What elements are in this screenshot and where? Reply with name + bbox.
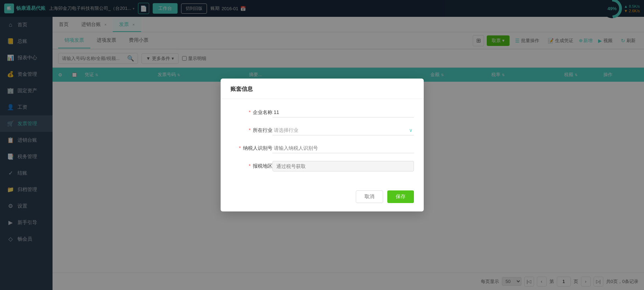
dialog-title: 账套信息 — [221, 79, 424, 99]
account-info-dialog: 账套信息 * 企业名称 * 所在行业 请选择行业 — [221, 79, 424, 211]
dialog-footer: 取消 保存 — [221, 186, 424, 211]
form-row-tax-region: * 报税地区 — [230, 161, 414, 171]
form-row-industry: * 所在行业 请选择行业 ∨ — [230, 125, 414, 135]
label-company: * 企业名称 — [230, 109, 272, 116]
save-button[interactable]: 保存 — [387, 190, 414, 203]
form-row-company: * 企业名称 — [230, 107, 414, 117]
select-industry-wrap: 请选择行业 ∨ — [272, 125, 414, 135]
input-tax-id[interactable] — [272, 143, 414, 153]
form-row-tax-id: * 纳税人识别号 — [230, 143, 414, 153]
modal-overlay[interactable]: 账套信息 * 企业名称 * 所在行业 请选择行业 — [0, 0, 644, 290]
industry-chevron-icon: ∨ — [409, 127, 413, 133]
label-tax-id: * 纳税人识别号 — [230, 145, 272, 151]
label-industry: * 所在行业 — [230, 127, 272, 134]
label-tax-region: * 报税地区 — [230, 163, 272, 169]
input-tax-region — [272, 161, 414, 171]
dialog-body: * 企业名称 * 所在行业 请选择行业 ∨ — [221, 99, 424, 186]
select-industry[interactable]: 请选择行业 — [274, 127, 409, 133]
input-company-name[interactable] — [272, 107, 414, 117]
cancel-button[interactable]: 取消 — [356, 190, 383, 203]
